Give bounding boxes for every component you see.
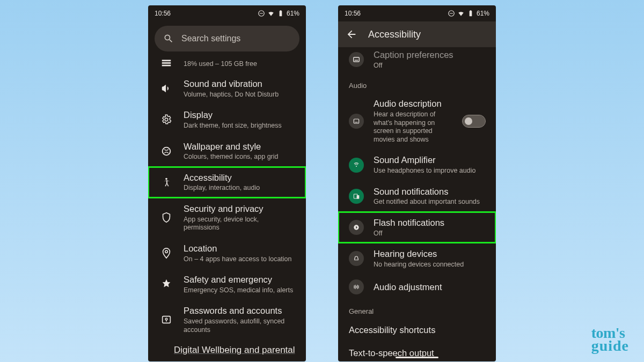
list-item-accessibility[interactable]: AccessibilityDisplay, interaction, audio [148, 167, 306, 198]
dnd-icon [448, 10, 455, 17]
display-icon [160, 114, 172, 125]
location-icon [160, 247, 172, 259]
svg-point-14 [356, 166, 357, 167]
item-title: Safety and emergency [184, 274, 295, 285]
item-sub: Colours, themed icons, app grid [184, 153, 295, 161]
sound-icon [160, 83, 172, 94]
list-item-location[interactable]: LocationOn – 4 apps have access to locat… [148, 238, 306, 269]
app-bar: Accessibility [338, 21, 496, 47]
svg-rect-12 [355, 60, 358, 61]
back-icon[interactable] [346, 28, 357, 40]
sound-amplifier-icon [349, 158, 364, 173]
item-title: Flash notifications [374, 217, 485, 228]
security-icon [160, 212, 172, 224]
item-title: Sound notifications [374, 186, 485, 197]
svg-rect-2 [162, 60, 171, 62]
section-header-audio: Audio [338, 74, 496, 93]
equalizer-icon [349, 279, 364, 294]
item-sub: Off [374, 230, 485, 238]
storage-icon [160, 57, 172, 69]
accessibility-list[interactable]: Caption preferences Off Audio Audio desc… [338, 47, 496, 361]
status-icons: 61% [258, 10, 299, 17]
svg-point-6 [165, 178, 167, 180]
watermark: tom's guide [591, 327, 629, 352]
status-bar: 10:56 61% [148, 5, 306, 21]
wifi-icon [457, 10, 465, 17]
phone-accessibility: 10:56 61% Accessibility Caption preferen… [338, 5, 496, 361]
flash-icon [349, 220, 364, 235]
item-sub: Saved passwords, autofill, synced accoun… [184, 317, 295, 334]
item-sub: On – 4 apps have access to location [184, 255, 295, 264]
hearing-icon [349, 251, 364, 266]
status-bar: 10:56 61% [338, 5, 496, 21]
phone-settings: 10:56 61% Search settings 18% used – 105… [148, 5, 306, 361]
item-title: Accessibility [184, 172, 295, 183]
item-sub: Dark theme, font size, brightness [184, 122, 295, 130]
storage-sub: 18% used – 105 GB free [184, 60, 295, 69]
caption-icon [349, 52, 364, 67]
list-item-sound-and-vibration[interactable]: Sound and vibrationVolume, haptics, Do N… [148, 73, 306, 104]
list-item-text-to-speech-output[interactable]: Text-to-speech output [338, 342, 496, 361]
item-sub: Volume, haptics, Do Not Disturb [184, 91, 295, 99]
svg-point-5 [163, 147, 171, 155]
dnd-icon [258, 10, 265, 17]
item-title: Sound Amplifier [374, 154, 485, 166]
search-icon [163, 33, 174, 44]
svg-point-8 [165, 319, 167, 321]
list-item-storage-partial[interactable]: 18% used – 105 GB free [148, 57, 306, 73]
list-item-sound-notifications[interactable]: Sound notificationsGet notified about im… [338, 181, 496, 212]
status-icons: 61% [448, 10, 489, 17]
list-item-audio-description[interactable]: Audio descriptionHear a description of w… [338, 93, 496, 149]
safety-icon [160, 278, 172, 290]
list-item-safety-and-emergency[interactable]: Safety and emergencyEmergency SOS, medic… [148, 269, 306, 300]
item-title: Security and privacy [184, 203, 295, 215]
accessibility-icon [160, 176, 172, 188]
item-title: Audio adjustment [374, 282, 485, 293]
item-title: Display [184, 109, 295, 121]
item-sub: No hearing devices connected [374, 261, 485, 269]
svg-rect-16 [357, 195, 360, 199]
list-item-accessibility-shortcuts[interactable]: Accessibility shortcuts [338, 319, 496, 342]
list-item-security-and-privacy[interactable]: Security and privacyApp security, device… [148, 198, 306, 238]
list-item-caption-prefs-partial[interactable]: Caption preferences Off [338, 47, 496, 74]
list-item-passwords-and-accounts[interactable]: Passwords and accountsSaved passwords, a… [148, 300, 306, 339]
list-item-display[interactable]: DisplayDark theme, font size, brightness [148, 104, 306, 135]
audio-description-icon [349, 114, 364, 129]
item-title: Sound and vibration [184, 78, 295, 90]
status-time: 10:56 [155, 10, 171, 17]
item-sub: App security, device lock, permissions [184, 216, 295, 232]
passwords-icon [160, 314, 172, 326]
wallpaper-icon [160, 145, 172, 157]
item-title: Location [184, 243, 295, 254]
list-item-audio-adjustment[interactable]: Audio adjustment [338, 274, 496, 300]
battery-percent: 61% [477, 10, 489, 17]
item-sub: Use headphones to improve audio [374, 167, 485, 175]
search-placeholder: Search settings [181, 34, 240, 43]
battery-icon [467, 10, 474, 17]
sound-notifications-icon [349, 189, 364, 204]
item-sub: Display, interaction, audio [184, 184, 295, 193]
list-item-sound-amplifier[interactable]: Sound AmplifierUse headphones to improve… [338, 149, 496, 180]
search-settings[interactable]: Search settings [155, 26, 299, 51]
status-time: 10:56 [345, 10, 361, 17]
item-sub: Off [374, 62, 485, 70]
svg-rect-3 [162, 62, 171, 64]
page-title: Accessibility [368, 29, 421, 40]
item-title: Wallpaper and style [184, 141, 295, 152]
svg-rect-4 [162, 65, 171, 67]
list-item-flash-notifications[interactable]: Flash notificationsOff [338, 212, 496, 243]
section-header-general: General [338, 300, 496, 319]
list-item-hearing-devices[interactable]: Hearing devicesNo hearing devices connec… [338, 243, 496, 274]
list-item-wellbeing-partial[interactable]: Digital Wellbeing and parental [148, 339, 306, 356]
item-sub: Get notified about important sounds [374, 198, 485, 206]
wifi-icon [267, 10, 275, 17]
nav-handle[interactable] [396, 357, 438, 358]
item-title: Hearing devices [374, 248, 485, 260]
battery-icon [277, 10, 284, 17]
battery-percent: 61% [287, 10, 299, 17]
settings-list[interactable]: 18% used – 105 GB free Sound and vibrati… [148, 57, 306, 356]
list-item-wallpaper-and-style[interactable]: Wallpaper and styleColours, themed icons… [148, 136, 306, 167]
toggle-off[interactable] [463, 115, 485, 127]
item-sub: Hear a description of what's happening o… [374, 110, 453, 144]
svg-rect-11 [354, 57, 360, 62]
